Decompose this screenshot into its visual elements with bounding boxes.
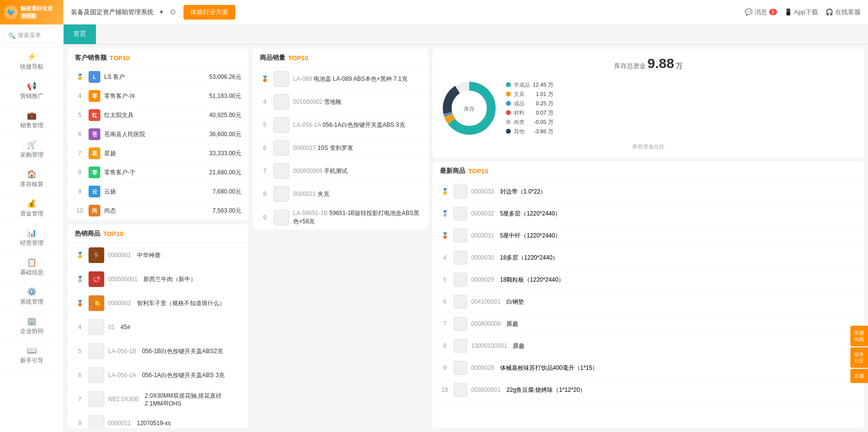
product-ranking-card: 商品销量 TOP10 🥉 LA-089 电池盖 LA-089 ABS本色+黑种 … xyxy=(252,48,429,230)
customer-amount: 21,680.00元 xyxy=(209,168,241,177)
latest-products-card: 最新商品 TOP10 🥇 0000033 封边带（1.0*22） 🥈 00000… xyxy=(433,162,864,428)
customer-service-button[interactable]: 客服热线 xyxy=(850,326,868,346)
community-button[interactable]: 服务社区 xyxy=(850,347,868,368)
table-row: 8 零 零售客户-于 21,680.00元 xyxy=(68,163,249,182)
sidebar-item-shortcut[interactable]: ⚡ 快捷导航 xyxy=(0,47,63,76)
customer-ranking-card: 客户销售额 TOP10 🥇 L LS 客户 53,006.26元 4 零 零售客… xyxy=(68,48,249,220)
product-info: LA-59651-1B 59651-1B旋转投影灯电池盒ABS黑色+58克 xyxy=(293,209,421,226)
product-name: 5厘中纤（1220*2440） xyxy=(500,232,561,240)
customer-amount: 51,183.00元 xyxy=(209,92,241,100)
customer-name: 云扬 xyxy=(104,188,208,196)
product-name: 原盎 xyxy=(513,342,525,350)
table-row: 9 云 云扬 7,680.00元 xyxy=(68,182,249,201)
rank-number: 5 xyxy=(260,121,270,128)
rank-number: 🥉 xyxy=(75,300,85,307)
rank-number: 9 xyxy=(440,364,450,371)
legend-item: 成品 0.25 万 xyxy=(506,100,553,107)
legend-label: 材料 xyxy=(514,109,533,117)
live-button[interactable]: 直播 xyxy=(850,369,868,383)
customer-ranking-title: 客户销售额 xyxy=(75,53,107,62)
latest-products-top-label: TOP10 xyxy=(468,168,488,175)
online-service-button[interactable]: 🎧 在线客服 xyxy=(825,8,861,17)
product-thumbnail-placeholder xyxy=(89,415,104,428)
rank-number: 🥇 xyxy=(440,188,450,195)
sidebar-item-sales[interactable]: 💼 销售管理 xyxy=(0,106,63,135)
table-row: 5 LA-056-1A 056-1A白色按键开关盖ABS 3克 xyxy=(252,114,429,137)
product-code: 0000002 xyxy=(108,300,131,307)
sidebar-item-inventory[interactable]: 🏠 库存核算 xyxy=(0,165,63,194)
rank-number: 4 xyxy=(260,98,270,105)
legend-label: 半成品 xyxy=(514,81,530,89)
legend-label: 其他 xyxy=(514,128,531,135)
logo-icon: 🐦 xyxy=(4,5,18,19)
sidebar-item-finance[interactable]: 💰 资金管理 xyxy=(0,194,63,223)
rank-number: 🥇 xyxy=(75,252,85,259)
product-thumbnail-placeholder xyxy=(89,391,104,407)
phone-icon: 📱 xyxy=(784,8,792,16)
middle-column: 商品销量 TOP10 🥉 LA-089 电池盖 LA-089 ABS本色+黑种 … xyxy=(252,48,429,428)
product-name: 12070519-xs xyxy=(137,420,241,427)
product-thumbnail-placeholder xyxy=(454,185,467,198)
product-name: 056-1B白色按键开关盖ABS2克 xyxy=(142,347,241,356)
app-download-button[interactable]: 📱 App下载 xyxy=(784,8,818,17)
logo: 🐦 畅捷通好生意 标准版 xyxy=(0,0,63,24)
product-name: 原盎 xyxy=(506,320,518,328)
product-thumbnail-placeholder xyxy=(454,251,467,264)
product-name: 22g鱼豆腐·烧烤味（1*12*20） xyxy=(506,386,586,394)
product-code: 0000001 xyxy=(108,252,131,259)
rank-number: 🥈 xyxy=(440,210,450,217)
latest-products-header: 最新商品 TOP10 xyxy=(433,162,864,181)
product-code: 0000030 xyxy=(471,254,494,261)
sidebar-item-guide[interactable]: 📖 新手引导 xyxy=(0,341,63,370)
latest-products-list: 🥇 0000033 封边带（1.0*22） 🥈 0000032 5厘多层（122… xyxy=(433,181,864,428)
table-row: 7 000800005 手机测试 xyxy=(252,160,429,183)
legend-item: 其他 -3.86 万 xyxy=(506,128,553,135)
search-menu-button[interactable]: 🔍 搜索菜单 xyxy=(4,28,59,43)
product-name: 中华神鹿 xyxy=(137,251,241,260)
rank-number: 🥈 xyxy=(75,276,85,283)
gear-icon[interactable]: ⚙ xyxy=(169,7,176,17)
list-item: 8 0000011 12070519-xs xyxy=(68,411,249,428)
tab-home[interactable]: 首页 xyxy=(64,24,96,44)
list-item: 🥉 0000031 5厘中纤（1220*2440） xyxy=(433,225,864,247)
sidebar-item-marketing[interactable]: 📢 营销推广 xyxy=(0,76,63,106)
sidebar: 🐦 畅捷通好生意 标准版 🔍 搜索菜单 ⚡ 快捷导航 📢 营销推广 💼 销售管理… xyxy=(0,0,64,432)
product-name: 45# xyxy=(120,324,241,331)
right-column: 库存总资金 9.88 万 xyxy=(433,48,864,428)
trial-button[interactable]: 体验行业方案 xyxy=(183,5,235,20)
sidebar-search-area: 🔍 搜索菜单 xyxy=(0,24,63,47)
sidebar-item-enterprise[interactable]: 🏢 企业协同 xyxy=(0,312,63,341)
customer-ranking-top-label: TOP10 xyxy=(110,54,130,62)
sidebar-item-business[interactable]: 📊 经营管理 xyxy=(0,223,63,253)
legend-item: 材料 0.07 万 xyxy=(506,109,553,117)
rank-number: 10 xyxy=(440,386,450,393)
rank-number: 8 xyxy=(260,191,270,197)
table-row: 7 星 星扬 33,333.00元 xyxy=(68,144,249,163)
customer-amount: 40,925.00元 xyxy=(209,111,241,120)
logo-badge: 标准版 xyxy=(21,13,37,19)
product-code: 0000029 xyxy=(471,276,494,283)
table-row: 10 尚 尚态 7,563.00元 xyxy=(68,201,249,220)
dropdown-arrow-icon[interactable]: ▼ xyxy=(159,9,164,16)
finance-icon: 💰 xyxy=(27,199,37,208)
basic-icon: 📋 xyxy=(27,258,37,267)
sidebar-item-label: 基础信息 xyxy=(20,268,44,277)
avatar: 苍 xyxy=(89,128,100,140)
sidebar-item-basic[interactable]: 📋 基础信息 xyxy=(0,253,63,282)
avatar: 红 xyxy=(89,109,100,121)
inventory-total: 库存总资金 9.88 万 xyxy=(440,56,857,72)
list-item: 8 10000100001 原盎 xyxy=(433,335,864,357)
rank-number: 9 xyxy=(75,188,85,195)
hot-products-top-label: TOP10 xyxy=(103,230,123,238)
customer-name: 尚态 xyxy=(104,207,208,215)
sidebar-item-purchase[interactable]: 🛒 采购管理 xyxy=(0,135,63,165)
rank-number: 7 xyxy=(260,168,270,174)
customer-ranking-list: 🥇 L LS 客户 53,006.26元 4 零 零售客户-许 51,183.0… xyxy=(68,68,249,220)
legend-label: 成品 xyxy=(514,100,533,107)
message-label: 消息 xyxy=(754,8,767,17)
message-button[interactable]: 💬 消息 6 xyxy=(745,8,777,17)
sidebar-item-system[interactable]: ⚙️ 系统管理 xyxy=(0,282,63,312)
legend-color xyxy=(506,82,511,87)
rank-number: 4 xyxy=(75,324,85,331)
product-thumbnail-placeholder xyxy=(454,361,467,375)
